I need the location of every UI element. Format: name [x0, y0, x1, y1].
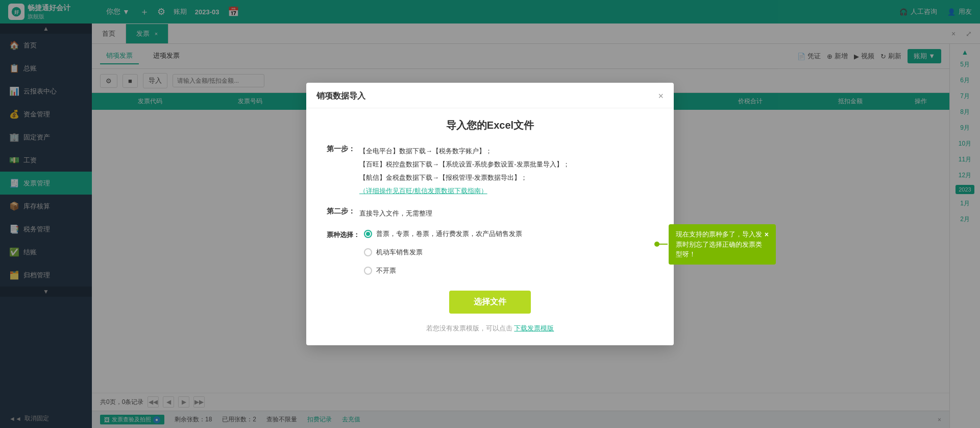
ticket-option-1[interactable]: 普票，专票，卷票，通行费发票，农产品销售发票: [364, 229, 653, 239]
ticket-option-2-label: 机动车销售发票: [376, 248, 423, 257]
modal-title: 销项数据导入: [316, 91, 365, 102]
ticket-option-3-label: 不开票: [376, 266, 396, 275]
import-modal: 销项数据导入 × 导入您的Excel文件 第一步： 【全电平台】数据下载→【税务…: [306, 83, 674, 345]
tooltip-close-btn[interactable]: ×: [765, 229, 769, 240]
step2-label: 第二步：: [327, 207, 355, 217]
step1-label: 第一步：: [327, 145, 355, 195]
footer-text: 若您没有发票模版，可以点击: [426, 324, 512, 332]
step1-line3: 【航信】金税盘数据下载→【报税管理-发票数据导出】；: [359, 171, 570, 184]
step2-content: 直接导入文件，无需整理: [359, 207, 432, 220]
radio-circle-2: [364, 248, 372, 256]
ticket-option-2[interactable]: 机动车销售发票: [364, 248, 653, 257]
ticket-label: 票种选择：: [327, 230, 360, 240]
modal-footer: 若您没有发票模版，可以点击 下载发票模版: [327, 324, 653, 333]
step1-line1: 【全电平台】数据下载→【税务数字账户】；: [359, 145, 570, 158]
select-file-btn[interactable]: 选择文件: [449, 291, 531, 314]
download-template-link[interactable]: 下载发票模版: [514, 324, 554, 332]
tooltip-bubble: × 现在支持的票种多了，导入发票时别忘了选择正确的发票类型呀！: [669, 224, 776, 265]
ticket-option-1-wrapper: 普票，专票，卷票，通行费发票，农产品销售发票 × 现在支持的票种多了，导入发票时…: [364, 229, 653, 244]
radio-circle-1: [364, 230, 372, 238]
step2: 第二步： 直接导入文件，无需整理: [327, 207, 653, 220]
ticket-selection: 票种选择： 普票，专票，卷票，通行费发票，农产品销售发票 × 现在支持的票种: [327, 229, 653, 280]
step1-link[interactable]: （详细操作见百旺/航信发票数据下载指南）: [359, 187, 487, 195]
step1-line2: 【百旺】税控盘数据下载→【系统设置-系统参数设置-发票批量导入】；: [359, 158, 570, 171]
ticket-option-3[interactable]: 不开票: [364, 266, 653, 275]
radio-circle-3: [364, 267, 372, 275]
tooltip-text: 现在支持的票种多了，导入发票时别忘了选择正确的发票类型呀！: [676, 230, 762, 258]
modal-close-btn[interactable]: ×: [658, 91, 664, 102]
tooltip-dot: [654, 242, 659, 247]
step1-content: 【全电平台】数据下载→【税务数字账户】； 【百旺】税控盘数据下载→【系统设置-系…: [359, 145, 570, 198]
ticket-option-1-label: 普票，专票，卷票，通行费发票，农产品销售发票: [376, 229, 522, 239]
modal-overlay: 销项数据导入 × 导入您的Excel文件 第一步： 【全电平台】数据下载→【税务…: [0, 0, 980, 428]
modal-body: 导入您的Excel文件 第一步： 【全电平台】数据下载→【税务数字账户】； 【百…: [306, 108, 674, 345]
modal-header: 销项数据导入 ×: [306, 83, 674, 108]
modal-main-title: 导入您的Excel文件: [327, 118, 653, 132]
step1: 第一步： 【全电平台】数据下载→【税务数字账户】； 【百旺】税控盘数据下载→【系…: [327, 145, 653, 198]
